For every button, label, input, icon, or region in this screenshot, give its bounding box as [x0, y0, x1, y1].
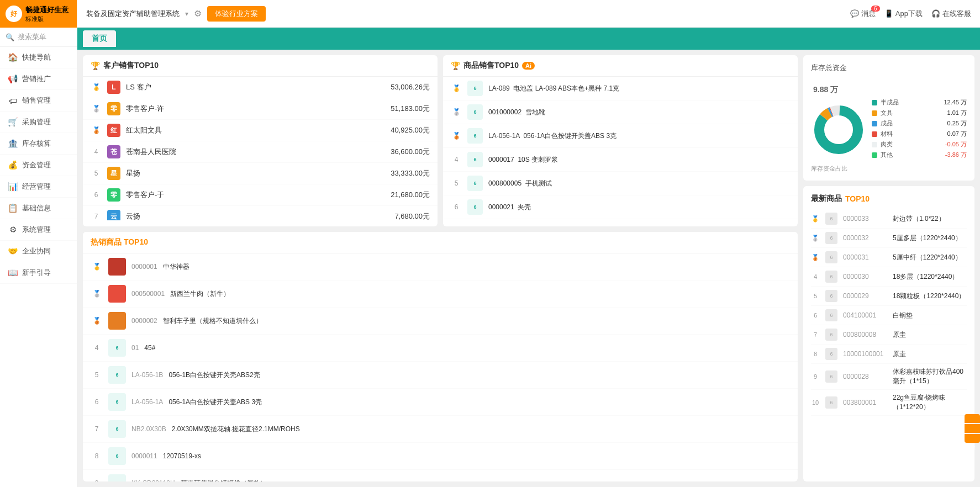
service-button[interactable]: 🎧 在线客服 — [931, 9, 971, 19]
sidebar-item-cooperation[interactable]: 🤝企业协同 — [0, 241, 77, 262]
product-name: 0000021 夹壳 — [488, 203, 790, 212]
list-item: 4 6 01 45# — [83, 335, 798, 362]
table-row: 🥉 6 LA-056-1A 056-1A白色按键开关盖ABS 3克 — [443, 124, 798, 148]
list-item: 9 6 KK-SD22110H 花语萌值温分罐罐袋（厚款） — [83, 470, 798, 481]
inventory-legend-item: 半成品 12.45 万 — [872, 98, 967, 107]
product-name: 001000002 雪地靴 — [488, 108, 790, 117]
product-name: 18颗粒板（1220*2440） — [893, 292, 967, 301]
cs-hotline-button[interactable]: 客服热线 — [965, 414, 980, 423]
product-image: 6 — [825, 370, 837, 383]
cs-direct-button[interactable]: 直播 — [965, 434, 980, 443]
sidebar-item-purchase[interactable]: 🛒采购管理 — [0, 112, 77, 133]
finance-icon: 💰 — [8, 160, 18, 170]
product-name: LA-056-1A 056-1A白色按键开关盖ABS 3克 — [488, 131, 790, 141]
sidebar-item-label: 销售管理 — [22, 96, 51, 105]
sidebar-item-marketing[interactable]: 📢营销推广 — [0, 68, 77, 90]
table-row: 🥈 6 001000002 雪地靴 — [443, 100, 798, 124]
legend-color — [872, 131, 877, 137]
product-name: 新西兰牛肉（新牛） — [170, 289, 230, 299]
cs-float: 客服热线 服务社区 直播 — [965, 414, 980, 443]
rank-number: 10 — [811, 399, 820, 406]
rank-number: 🥉 — [451, 132, 462, 140]
marketing-icon: 📢 — [8, 74, 18, 84]
table-row: 4 苍 苍南县人民医院 36,600.00元 — [83, 141, 438, 163]
sidebar-item-guide[interactable]: 📖新手引导 — [0, 262, 77, 284]
main-wrapper: 装备及固定资产辅助管理系统 ▾ ⚙ 体验行业方案 💬 消息 6 📱 App下载 … — [77, 0, 980, 487]
customer-value: 7,680.00元 — [394, 211, 430, 220]
product-name: 封边带（1.0*22） — [893, 214, 967, 224]
sidebar-item-inventory[interactable]: 🏦库存核算 — [0, 133, 77, 155]
avatar: 云 — [107, 210, 120, 220]
service-label: 在线客服 — [942, 9, 971, 19]
rank-number: 9 — [91, 479, 103, 481]
sidebar-item-quick-nav[interactable]: 🏠快捷导航 — [0, 47, 77, 68]
product-name: 000800005 手机测试 — [488, 179, 790, 188]
rank-number: 🥈 — [811, 235, 820, 242]
message-icon: 💬 — [850, 9, 859, 18]
rank-number: 🥉 — [91, 126, 102, 134]
list-item: 8 6 10000100001 原圭 — [811, 345, 967, 364]
inventory-summary: 库存总资金 9.88万 — [803, 55, 974, 181]
sidebar-item-finance[interactable]: 💰资金管理 — [0, 155, 77, 176]
sidebar-search[interactable]: 🔍 搜索菜单 — [0, 28, 77, 47]
rank-number: 🥇 — [451, 84, 462, 92]
customer-rank-title: 客户销售TOP10 — [103, 61, 159, 71]
sidebar-item-system[interactable]: ⚙系统管理 — [0, 219, 77, 241]
cooperation-icon: 🤝 — [8, 246, 18, 256]
product-name: 12070519-xs — [163, 452, 201, 460]
product-name: 0000017 10S 变刺罗浆 — [488, 155, 790, 165]
product-image: 6 — [467, 152, 483, 167]
avatar: 零 — [107, 188, 120, 202]
logo-text-sub: 标准版 — [25, 15, 69, 23]
sidebar-item-basic-info[interactable]: 📋基础信息 — [0, 198, 77, 219]
newest-list: 🥇 6 0000033 封边带（1.0*22） 🥈 6 0000032 5厘多层… — [811, 209, 967, 416]
cs-service-button[interactable]: 服务社区 — [965, 424, 980, 433]
headset-icon: 🎧 — [931, 9, 940, 18]
product-image: 6 — [467, 176, 483, 191]
product-code: 01 — [131, 344, 139, 352]
product-code: 0000030 — [843, 273, 887, 280]
list-item: 🥇 6 0000033 封边带（1.0*22） — [811, 209, 967, 229]
newest-header: 最新商品 TOP10 — [811, 194, 967, 204]
sidebar-item-sales[interactable]: 🏷销售管理 — [0, 90, 77, 112]
rank-number: 🥈 — [91, 105, 102, 113]
legend-value: 0.07 万 — [947, 130, 967, 138]
inventory-amount-unit: 万 — [830, 85, 838, 94]
operations-icon: 📊 — [8, 182, 18, 192]
customer-name: 苍南县人民医院 — [126, 147, 385, 157]
search-icon: 🔍 — [6, 33, 14, 41]
product-code: 0000029 — [843, 292, 887, 300]
trial-button[interactable]: 体验行业方案 — [207, 6, 266, 22]
sidebar-item-operations[interactable]: 📊经营管理 — [0, 176, 77, 198]
message-button[interactable]: 💬 消息 6 — [850, 9, 876, 19]
table-row: 🥇 L LS 客户 53,006.26元 — [83, 77, 438, 98]
rank-number: 5 — [91, 170, 102, 177]
purchase-icon: 🛒 — [8, 117, 18, 127]
rank-number: 4 — [811, 273, 820, 280]
avatar: 红 — [107, 124, 120, 137]
inventory-icon: 🏦 — [8, 139, 18, 149]
app-download-button[interactable]: 📱 App下载 — [884, 9, 923, 19]
inventory-amount: 9.88万 — [811, 78, 967, 96]
inventory-legend-item: 材料 0.07 万 — [872, 130, 967, 138]
hot-products-panel: 热销商品 TOP10 🥇 0000001 中华神器 🥈 000500001 新西… — [83, 232, 798, 481]
customer-value: 40,925.00元 — [391, 125, 430, 135]
product-code: 10000100001 — [843, 350, 887, 358]
product-image: 6 — [467, 81, 483, 96]
logo-icon: 好 — [6, 6, 22, 22]
product-name: 056-1B白色按键开关壳ABS2壳 — [168, 370, 260, 380]
logo-text: 畅捷通好生意 标准版 — [25, 5, 69, 23]
rank-number: 8 — [811, 351, 820, 357]
tab-home[interactable]: 首页 — [83, 30, 116, 47]
product-name: LA-089 电池盖 LA-089 ABS本色+黑种 7.1克 — [488, 84, 790, 93]
sidebar-item-label: 采购管理 — [22, 117, 51, 127]
product-name: 45# — [144, 344, 155, 352]
legend-color — [872, 121, 877, 126]
gear-icon[interactable]: ⚙ — [194, 8, 202, 19]
right-panel: 库存总资金 9.88万 — [803, 50, 980, 487]
product-image: 6 — [825, 271, 837, 283]
product-top-badge: Ai — [522, 62, 535, 70]
list-item: 7 6 NB2.0X30B 2.0X30MM双搓花轴.搓花直径2.1MM/ROH… — [83, 416, 798, 443]
product-code: 0000033 — [843, 215, 887, 223]
list-item: 5 6 0000029 18颗粒板（1220*2440） — [811, 287, 967, 306]
